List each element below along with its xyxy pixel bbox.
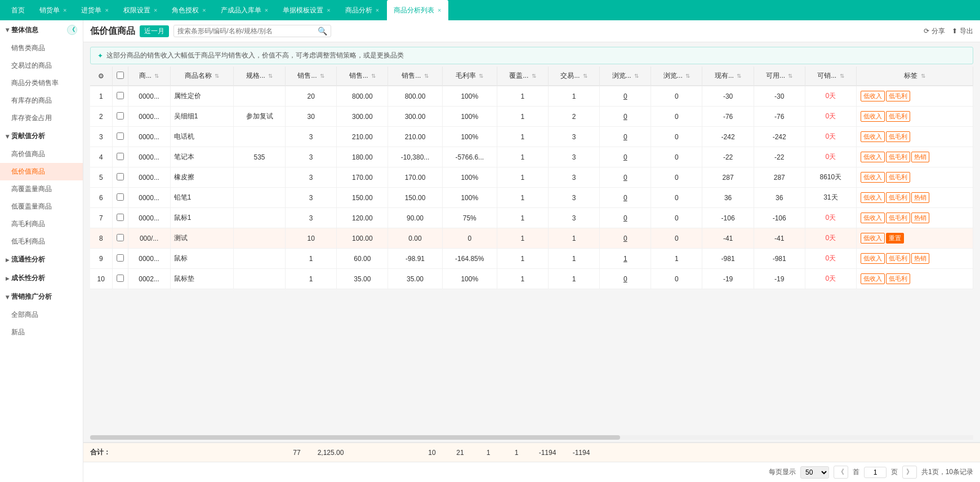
tag: 低收入 <box>861 192 885 203</box>
close-icon[interactable]: × <box>438 7 441 14</box>
sidebar-section-growth[interactable]: ▸ 成长性分析 <box>0 269 83 288</box>
view1-link[interactable]: 0 <box>623 275 627 283</box>
per-page-select[interactable]: 50 100 200 <box>800 466 829 479</box>
nav-template[interactable]: 单据模板设置 × <box>276 0 337 20</box>
sidebar-item-category-rate[interactable]: 商品分类销售率 <box>0 74 83 92</box>
collapse-button[interactable]: 《 <box>67 25 77 35</box>
sidebar-item-stock-products[interactable]: 有库存的商品 <box>0 92 83 109</box>
col-current[interactable]: 现有... ⇅ <box>702 67 754 86</box>
row-checkbox[interactable] <box>117 112 124 120</box>
row-checkbox[interactable] <box>117 275 124 282</box>
close-icon[interactable]: × <box>154 7 157 14</box>
cell-margin: 0 <box>442 228 497 249</box>
nav-product-in[interactable]: 产成品入库单 × <box>214 0 275 20</box>
search-input[interactable] <box>177 27 318 35</box>
view1-link[interactable]: 0 <box>623 92 627 100</box>
col-view1[interactable]: 浏览... ⇅ <box>600 67 651 86</box>
nav-sales-order[interactable]: 销货单 × <box>33 0 73 20</box>
sidebar-item-high-margin[interactable]: 高毛利商品 <box>0 215 83 233</box>
sidebar-item-all-products[interactable]: 全部商品 <box>0 306 83 324</box>
row-checkbox[interactable] <box>117 254 124 262</box>
sidebar-section-circulation[interactable]: ▸ 流通性分析 <box>0 250 83 269</box>
cell-sales-price: -10,380... <box>388 147 442 167</box>
close-icon[interactable]: × <box>105 7 108 14</box>
close-icon[interactable]: × <box>376 7 379 14</box>
row-checkbox[interactable] <box>117 234 124 241</box>
table-row: 2 0000... 吴细细1 参加复试 30 300.00 300.00 100… <box>90 107 973 127</box>
row-checkbox[interactable] <box>117 214 124 221</box>
nav-permission[interactable]: 权限设置 × <box>117 0 164 20</box>
scrollbar-thumb[interactable] <box>90 435 620 440</box>
page-number-input[interactable] <box>864 467 887 478</box>
close-icon[interactable]: × <box>327 7 330 14</box>
col-margin[interactable]: 毛利率 ⇅ <box>442 67 497 86</box>
select-all-checkbox[interactable] <box>117 72 124 79</box>
cell-margin: 100% <box>442 86 497 107</box>
view1-link[interactable]: 0 <box>623 153 627 161</box>
nav-product-analysis-list[interactable]: 商品分析列表 × <box>387 0 448 20</box>
view1-link[interactable]: 0 <box>623 174 627 182</box>
cell-sales-price: 0.00 <box>388 228 442 249</box>
cell-view1: 0 <box>600 147 651 167</box>
sidebar-item-stock-capital[interactable]: 库存资金占用 <box>0 109 83 127</box>
sidebar-item-high-coverage[interactable]: 高覆盖量商品 <box>0 180 83 198</box>
view1-link[interactable]: 0 <box>623 194 627 202</box>
page-suffix-label: 页 <box>891 467 898 477</box>
col-spec[interactable]: 规格... ⇅ <box>233 67 285 86</box>
sidebar-item-low-margin[interactable]: 低毛利商品 <box>0 233 83 250</box>
sidebar-section-marketing[interactable]: ▾ 营销推广分析 <box>0 288 83 306</box>
close-icon[interactable]: × <box>202 7 206 14</box>
sidebar-item-traded-products[interactable]: 交易过的商品 <box>0 57 83 74</box>
view1-link[interactable]: 0 <box>623 113 627 121</box>
nav-product-analysis[interactable]: 商品分析 × <box>338 0 386 20</box>
col-sellable[interactable]: 可销... ⇅ <box>805 67 856 86</box>
view1-link[interactable]: 1 <box>623 255 627 263</box>
sidebar-item-low-value[interactable]: 低价值商品 <box>0 163 83 180</box>
sidebar-item-sales-products[interactable]: 销售类商品 <box>0 39 83 57</box>
view1-link[interactable]: 0 <box>623 235 627 242</box>
nav-home[interactable]: 首页 <box>5 0 32 20</box>
share-button[interactable]: ⟳ 分享 <box>924 26 945 36</box>
sidebar-item-high-value[interactable]: 高价值商品 <box>0 145 83 163</box>
cell-name: 电话机 <box>170 127 233 147</box>
nav-role[interactable]: 角色授权 × <box>165 0 212 20</box>
col-sales-amt[interactable]: 销售... ⇅ <box>337 67 388 86</box>
nav-purchase-order[interactable]: 进货单 × <box>74 0 115 20</box>
search-icon[interactable]: 🔍 <box>318 26 327 36</box>
col-view2[interactable]: 浏览... ⇅ <box>651 67 702 86</box>
sidebar-item-low-coverage[interactable]: 低覆盖量商品 <box>0 198 83 215</box>
sidebar-section-contribution[interactable]: ▾ 贡献值分析 <box>0 127 83 145</box>
last-page-button[interactable]: 》 <box>902 466 917 479</box>
page-title: 低价值商品 <box>90 25 135 37</box>
row-checkbox[interactable] <box>117 132 124 140</box>
cell-no: 1 <box>90 86 112 107</box>
row-checkbox[interactable] <box>117 173 124 180</box>
col-coverage[interactable]: 覆盖... ⇅ <box>497 67 548 86</box>
first-page-button[interactable]: 《 <box>834 466 848 479</box>
col-available[interactable]: 可用... ⇅ <box>754 67 805 86</box>
col-transaction[interactable]: 交易... ⇅ <box>549 67 600 86</box>
col-settings[interactable]: ⚙ <box>90 67 112 86</box>
col-tags[interactable]: 标签 ⇅ <box>856 67 973 86</box>
period-button[interactable]: 近一月 <box>140 25 169 37</box>
col-name[interactable]: 商品名称 ⇅ <box>170 67 233 86</box>
close-icon[interactable]: × <box>63 7 66 14</box>
cell-current: 287 <box>702 167 754 188</box>
cell-transaction: 1 <box>549 228 600 249</box>
horizontal-scrollbar[interactable] <box>90 435 973 440</box>
export-button[interactable]: ⬆ 导出 <box>952 26 973 36</box>
sidebar-section-overall[interactable]: ▾ 整体信息 《 <box>0 20 83 39</box>
sidebar: ▾ 整体信息 《 销售类商品 交易过的商品 商品分类销售率 有库存的商品 库存资… <box>0 20 83 482</box>
sidebar-item-new-products[interactable]: 新品 <box>0 324 83 341</box>
col-sales-price[interactable]: 销售... ⇅ <box>388 67 442 86</box>
cell-sales-price: 170.00 <box>388 167 442 188</box>
col-code[interactable]: 商... ⇅ <box>128 67 170 86</box>
cell-coverage: 1 <box>497 208 548 228</box>
row-checkbox[interactable] <box>117 153 124 160</box>
view1-link[interactable]: 0 <box>623 133 627 141</box>
row-checkbox[interactable] <box>117 193 124 201</box>
view1-link[interactable]: 0 <box>623 214 627 222</box>
col-sales-qty[interactable]: 销售... ⇅ <box>286 67 337 86</box>
close-icon[interactable]: × <box>265 7 268 14</box>
row-checkbox[interactable] <box>117 92 124 99</box>
